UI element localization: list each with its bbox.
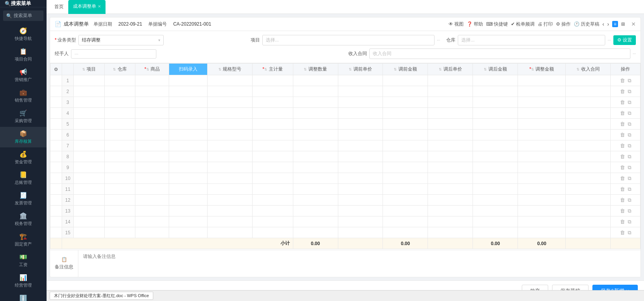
row-scan-cell[interactable] [169, 184, 208, 195]
row-post-amount-cell[interactable] [473, 173, 518, 184]
income-contract-more-icon[interactable]: ··· [633, 52, 636, 56]
tab-home[interactable]: 首页 [50, 0, 68, 14]
th-settings[interactable]: ⚙ [50, 64, 62, 75]
row-scan-cell[interactable] [169, 151, 208, 162]
row-delete-icon[interactable]: 🗑 [619, 131, 626, 138]
row-warehouse-cell[interactable] [104, 108, 135, 119]
row-copy-icon[interactable]: ⧉ [627, 153, 632, 160]
row-delete-icon[interactable]: 🗑 [619, 196, 626, 204]
row-project-cell[interactable] [74, 86, 105, 97]
row-adjust-qty-cell[interactable] [293, 184, 338, 195]
row-adjust-amount-cell[interactable] [518, 227, 566, 238]
sidebar-item-sales-mgmt[interactable]: 💼销售管理 [0, 86, 47, 106]
row-income-contract-cell[interactable] [566, 130, 611, 140]
sidebar-item-invoice[interactable]: 🧾发票管理 [0, 189, 47, 209]
row-scan-cell[interactable] [169, 130, 208, 140]
row-product-cell[interactable] [135, 151, 169, 162]
row-warehouse-cell[interactable] [104, 162, 135, 173]
row-income-contract-cell[interactable] [566, 216, 611, 227]
row-unit-cell[interactable] [252, 206, 293, 216]
form-close-button[interactable]: ✕ [631, 21, 636, 27]
row-pre-amount-cell[interactable] [383, 140, 428, 151]
row-warehouse-cell[interactable] [104, 206, 135, 216]
row-unit-cell[interactable] [252, 108, 293, 119]
row-post-price-cell[interactable] [428, 97, 473, 108]
th-pre-amount[interactable]: ⇅ 调前金额 [383, 64, 428, 75]
action-print[interactable]: 🖨 打印 [538, 21, 553, 28]
row-pre-price-cell[interactable] [338, 97, 383, 108]
row-copy-icon[interactable]: ⧉ [627, 109, 632, 117]
row-product-cell[interactable] [135, 97, 169, 108]
row-income-contract-cell[interactable] [566, 173, 611, 184]
row-copy-icon[interactable]: ⧉ [627, 88, 632, 95]
row-pre-amount-cell[interactable] [383, 151, 428, 162]
row-spec-cell[interactable] [207, 184, 252, 195]
row-delete-icon[interactable]: 🗑 [619, 164, 626, 171]
row-adjust-qty-cell[interactable] [293, 195, 338, 206]
sidebar-item-sales-promo[interactable]: 📢营销推广 [0, 65, 47, 86]
row-unit-cell[interactable] [252, 75, 293, 86]
row-project-cell[interactable] [74, 227, 105, 238]
row-spec-cell[interactable] [207, 227, 252, 238]
row-checkbox-cell[interactable] [50, 140, 62, 151]
sidebar-item-quick-nav[interactable]: 🧭快捷导航 [0, 24, 47, 45]
row-adjust-qty-cell[interactable] [293, 108, 338, 119]
row-income-contract-cell[interactable] [566, 151, 611, 162]
row-warehouse-cell[interactable] [104, 140, 135, 151]
row-warehouse-cell[interactable] [104, 216, 135, 227]
row-adjust-amount-cell[interactable] [518, 130, 566, 140]
sidebar-item-ops-mgmt[interactable]: 📊经营管理 [0, 271, 47, 291]
row-pre-price-cell[interactable] [338, 108, 383, 119]
row-checkbox-cell[interactable] [50, 97, 62, 108]
row-pre-price-cell[interactable] [338, 227, 383, 238]
row-post-price-cell[interactable] [428, 151, 473, 162]
row-adjust-qty-cell[interactable] [293, 130, 338, 140]
row-checkbox-cell[interactable] [50, 184, 62, 195]
row-unit-cell[interactable] [252, 184, 293, 195]
row-warehouse-cell[interactable] [104, 173, 135, 184]
row-copy-icon[interactable]: ⧉ [627, 218, 632, 225]
row-project-cell[interactable] [74, 216, 105, 227]
row-income-contract-cell[interactable] [566, 140, 611, 151]
row-pre-amount-cell[interactable] [383, 108, 428, 119]
row-adjust-qty-cell[interactable] [293, 119, 338, 130]
row-post-amount-cell[interactable] [473, 86, 518, 97]
settings-button[interactable]: ⚙ 设置 [613, 35, 636, 45]
row-spec-cell[interactable] [207, 162, 252, 173]
row-adjust-amount-cell[interactable] [518, 151, 566, 162]
sidebar-item-inventory[interactable]: 📦库存核算 [0, 127, 47, 147]
row-copy-icon[interactable]: ⧉ [627, 229, 632, 236]
row-warehouse-cell[interactable] [104, 97, 135, 108]
row-pre-amount-cell[interactable] [383, 184, 428, 195]
th-scan-input[interactable]: 扫码录入 [169, 64, 208, 75]
row-adjust-qty-cell[interactable] [293, 162, 338, 173]
row-pre-amount-cell[interactable] [383, 119, 428, 130]
row-pre-price-cell[interactable] [338, 162, 383, 173]
action-layout1[interactable]: ≡ [612, 21, 618, 27]
row-spec-cell[interactable] [207, 108, 252, 119]
row-project-cell[interactable] [74, 206, 105, 216]
row-product-cell[interactable] [135, 216, 169, 227]
row-adjust-amount-cell[interactable] [518, 216, 566, 227]
row-product-cell[interactable] [135, 108, 169, 119]
row-spec-cell[interactable] [207, 206, 252, 216]
row-post-price-cell[interactable] [428, 227, 473, 238]
row-unit-cell[interactable] [252, 97, 293, 108]
row-checkbox-cell[interactable] [50, 206, 62, 216]
row-post-amount-cell[interactable] [473, 140, 518, 151]
row-spec-cell[interactable] [207, 130, 252, 140]
row-post-amount-cell[interactable] [473, 108, 518, 119]
row-pre-price-cell[interactable] [338, 173, 383, 184]
row-pre-price-cell[interactable] [338, 119, 383, 130]
row-project-cell[interactable] [74, 130, 105, 140]
row-project-cell[interactable] [74, 140, 105, 151]
row-pre-price-cell[interactable] [338, 151, 383, 162]
row-adjust-qty-cell[interactable] [293, 86, 338, 97]
row-spec-cell[interactable] [207, 195, 252, 206]
row-spec-cell[interactable] [207, 140, 252, 151]
search-button[interactable]: 🔍 搜索菜单 [3, 10, 43, 21]
row-warehouse-cell[interactable] [104, 75, 135, 86]
row-adjust-qty-cell[interactable] [293, 151, 338, 162]
row-unit-cell[interactable] [252, 130, 293, 140]
row-pre-price-cell[interactable] [338, 206, 383, 216]
